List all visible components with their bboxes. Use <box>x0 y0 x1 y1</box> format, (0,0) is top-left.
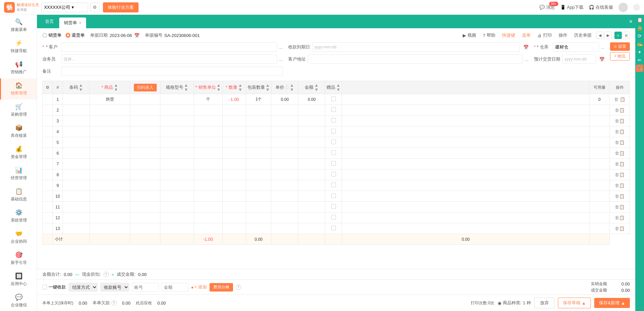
delete-icon[interactable]: 🗑 <box>614 97 618 102</box>
logistics-btn[interactable]: + 物流 <box>610 52 630 61</box>
customer-input[interactable] <box>61 42 277 52</box>
help-btn[interactable]: ? 帮助 <box>481 32 497 39</box>
sidebar-item-guide[interactable]: 🎯 新手引导 <box>0 248 37 269</box>
copy-icon[interactable]: 📋 <box>620 97 625 102</box>
save-draft-button[interactable]: 保存草稿 ▲ <box>558 298 591 308</box>
account-select[interactable]: 收款账号 <box>100 283 129 291</box>
app-download-button[interactable]: 📱 App下载 <box>560 4 583 10</box>
avatar[interactable] <box>618 3 628 12</box>
tab-close-button[interactable]: × <box>629 18 633 25</box>
expected-calendar-icon[interactable]: 📅 <box>599 57 605 62</box>
rs-btn-7[interactable]: 🔧 <box>636 65 643 72</box>
history-btn[interactable]: 历史单据 <box>572 32 594 39</box>
sidebar-item-search[interactable]: 🔍 搜索菜单 <box>0 15 37 36</box>
add-payment-btn[interactable]: ● + 添加 <box>191 284 207 290</box>
owed-question-icon[interactable]: ? <box>111 300 117 306</box>
table-wrapper[interactable]: ⚙ # 条码▲▼ * 商品▲▼ 扫码录入 <box>42 81 630 269</box>
rs-btn-5[interactable]: ✦ <box>636 48 643 56</box>
rs-btn-6[interactable]: ✏ <box>636 56 643 64</box>
scan-btn[interactable]: 扫码录入 <box>134 84 157 91</box>
chevron-up-icon: ▲ <box>582 301 586 306</box>
sidebar-item-sales[interactable]: 🏠 销售管理 <box>0 78 37 100</box>
row-unit[interactable]: 个 <box>194 94 223 105</box>
th-settings[interactable]: ⚙ <box>43 81 53 94</box>
message-button[interactable]: 💬 消息 99+ <box>539 4 555 10</box>
trial-button[interactable]: 体验行业方案 <box>103 2 139 12</box>
settings-btn[interactable]: ⊙ 设置 <box>610 42 630 51</box>
expected-date-input[interactable]: yyyy-mm-dd <box>562 54 596 64</box>
tab-close-icon[interactable]: × <box>79 21 81 25</box>
warehouse-input[interactable]: 建材仓 <box>553 42 599 52</box>
addr-dots[interactable]: ... <box>525 57 529 62</box>
prev-arrow[interactable]: ◀ <box>596 32 604 39</box>
row-qty[interactable]: -1.00 <box>222 94 246 105</box>
salesperson-input[interactable]: 选择... <box>61 54 277 64</box>
video-btn[interactable]: ▶ 视频 <box>461 32 478 39</box>
online-service-button[interactable]: 🎧 在线客服 <box>589 4 613 10</box>
sidebar-item-wechat[interactable]: 💬 企业微信 <box>0 290 37 311</box>
tab-sales-order[interactable]: 销货单 × <box>59 17 86 28</box>
form-area: 销货单 退货单 单据日期 2023-06-06 📅 单据编号 SA-202306… <box>37 28 635 81</box>
row-price[interactable]: 0.00 <box>271 94 298 105</box>
print-btn[interactable]: 🖨 打印 <box>535 32 554 39</box>
shortcut-btn[interactable]: 快捷键 <box>500 32 517 39</box>
table-section: ⚙ # 条码▲▼ * 商品▲▼ 扫码录入 <box>37 81 635 269</box>
warehouse-dots[interactable]: ... <box>601 45 605 50</box>
sidebar-item-enterprise[interactable]: 🤝 企业协同 <box>0 227 37 248</box>
settings-icon[interactable]: ⚙ <box>90 3 100 12</box>
radio-sales[interactable]: 销货单 <box>42 32 62 38</box>
customer-addr-input[interactable] <box>308 54 523 64</box>
sidebar-item-system[interactable]: ⚙️ 系统管理 <box>0 205 37 227</box>
product-type: ◉ 商品种类: 1 种 <box>498 300 531 306</box>
select-btn[interactable]: 选单 <box>520 32 533 39</box>
sidebar-item-quicknav[interactable]: ⚡ 快捷导航 <box>0 36 37 57</box>
rs-btn-2[interactable]: 🔒 <box>636 24 643 32</box>
payment-amount-input[interactable] <box>161 283 188 291</box>
list-view-btn[interactable]: ≡ <box>614 32 622 39</box>
save-new-button[interactable]: 保存&新增 ▲ <box>594 298 630 308</box>
sidebar-item-marketing[interactable]: 📢 营销推广 <box>0 57 37 78</box>
row-gift[interactable] <box>325 94 342 105</box>
row-barcode[interactable] <box>63 94 90 105</box>
customer-dots[interactable]: ... <box>279 45 283 50</box>
next-arrow[interactable]: ▶ <box>604 32 612 39</box>
expense-btn[interactable]: 费用分摊 <box>210 283 233 291</box>
question-icon[interactable]: ? <box>104 272 109 277</box>
expense-question-icon[interactable]: ? <box>236 284 241 290</box>
tab-home[interactable]: 首页 <box>40 15 59 28</box>
date-field: 单据日期 2023-06-06 📅 <box>90 32 140 38</box>
one-click-payment[interactable]: 一键收款 <box>42 284 66 290</box>
row-pkg-qty[interactable]: 1个 <box>246 94 271 105</box>
th-scan[interactable]: 扫码录入 <box>130 81 160 94</box>
sidebar-item-basic[interactable]: 📋 基础信息 <box>0 184 37 205</box>
discard-button[interactable]: 放弃 <box>534 298 555 308</box>
company-selector[interactable]: XXXXXX公司 ▾ <box>41 3 88 12</box>
collect-date-input[interactable]: yyyy-mm-dd <box>312 42 520 52</box>
rs-btn-3[interactable]: ⟳ <box>636 32 643 40</box>
phone-icon: 📱 <box>560 5 566 10</box>
row-product[interactable]: 拆货 <box>90 94 130 105</box>
sidebar-item-operations[interactable]: 📊 经营管理 <box>0 163 37 184</box>
right-action-btns: ⊙ 设置 + 物流 <box>610 42 630 61</box>
amount-input[interactable] <box>132 283 159 291</box>
sidebar-item-appstore[interactable]: 🔲 应用中心 <box>0 269 37 290</box>
table-row: 1 拆货 个 -1.00 1个 0.00 0.00 0 <box>43 94 630 105</box>
grid-view-btn[interactable]: ⊞ <box>622 32 630 39</box>
right-summary: 实销金额 0.00 成交金额 0.00 <box>591 281 630 293</box>
customer-addr-field: 客户地址 ... <box>288 54 529 64</box>
rs-btn-1[interactable]: 📋 <box>636 16 643 24</box>
calc-method-select[interactable]: 结算方式 <box>69 283 98 291</box>
calendar-icon[interactable]: 📅 <box>134 33 140 38</box>
rs-btn-4[interactable]: ✍ <box>636 40 643 48</box>
collect-calendar-icon[interactable]: 📅 <box>523 45 529 50</box>
operations-btn[interactable]: 操作 <box>557 32 569 39</box>
notes-input[interactable] <box>61 67 283 76</box>
salesperson-dots[interactable]: ... <box>279 57 283 62</box>
sidebar-item-finance[interactable]: 💰 资金管理 <box>0 142 37 163</box>
row-amount[interactable]: 0.00 <box>298 94 325 105</box>
sidebar-item-purchase[interactable]: 🛒 采购管理 <box>0 100 37 121</box>
sidebar-item-inventory[interactable]: 📦 库存核算 <box>0 121 37 142</box>
payment-checkbox[interactable] <box>42 285 47 289</box>
radio-return[interactable]: 退货单 <box>66 32 85 38</box>
row-spec[interactable] <box>160 94 194 105</box>
